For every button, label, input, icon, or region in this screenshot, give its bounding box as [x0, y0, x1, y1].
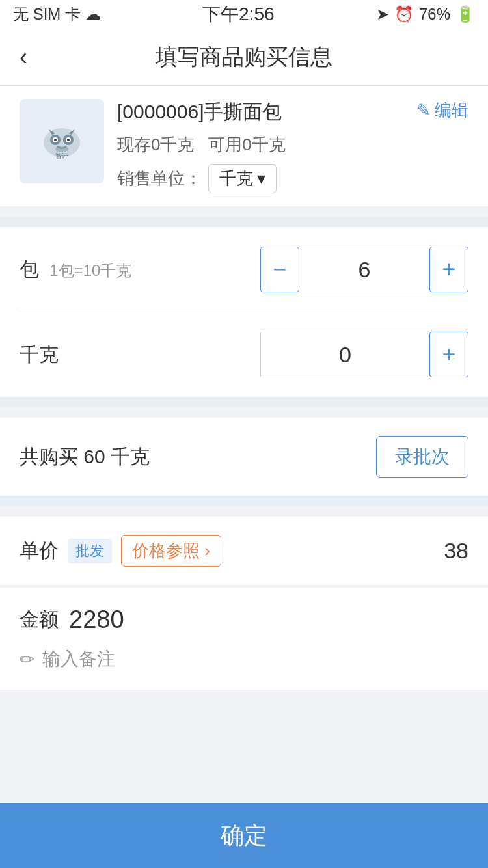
alarm-icon: ⏰ [394, 5, 414, 23]
product-unit-row: 销售单位： 千克 ▾ [117, 164, 468, 193]
svg-text:智计: 智计 [55, 152, 68, 159]
summary-section: 共购买 60 千克 录批次 [0, 418, 488, 496]
status-left: 无 SIM 卡 ☁ [13, 4, 101, 25]
svg-point-6 [67, 139, 70, 141]
product-image: 智计 [20, 99, 104, 183]
amount-label: 金额 [20, 606, 59, 633]
edit-button[interactable]: ✎ 编辑 [416, 99, 468, 122]
edit-label: 编辑 [435, 99, 468, 122]
note-row[interactable]: ✏ 输入备注 [20, 647, 468, 671]
product-card: 智计 [0000006]手撕面包 ✎ 编辑 现存0千克 可用0千克 销售单位： … [0, 86, 488, 206]
bao-label: 包 1包=10千克 [20, 256, 131, 283]
product-info: [0000006]手撕面包 ✎ 编辑 现存0千克 可用0千克 销售单位： 千克 … [117, 99, 468, 193]
divider-1 [0, 217, 488, 227]
amount-row: 金额 2280 [20, 606, 468, 634]
product-name: [0000006]手撕面包 [117, 99, 282, 126]
page-title: 填写商品购买信息 [156, 42, 332, 72]
confirm-button[interactable]: 确定 [0, 803, 488, 868]
sim-status: 无 SIM 卡 ☁ [13, 4, 101, 25]
kg-plus-button[interactable]: + [429, 332, 468, 377]
pencil-icon: ✏ [20, 649, 34, 670]
note-placeholder: 输入备注 [42, 647, 115, 671]
batch-tag: 批发 [68, 539, 112, 563]
back-button[interactable]: ‹ [20, 44, 27, 71]
unit-select[interactable]: 千克 ▾ [208, 164, 277, 193]
location-icon: ➤ [376, 5, 389, 23]
bao-quantity-control: − + [260, 247, 468, 292]
summary-text: 共购买 60 千克 [20, 444, 150, 470]
price-left: 单价 批发 价格参照 › [20, 535, 221, 567]
divider-3 [0, 496, 488, 506]
unit-label: 销售单位： [117, 167, 202, 190]
battery-icon: 🔋 [455, 5, 475, 23]
unit-value: 千克 [219, 167, 253, 190]
amount-value: 2280 [69, 606, 124, 634]
bao-input[interactable] [299, 247, 429, 292]
available-value: 可用0千克 [208, 135, 285, 154]
status-time: 下午2:56 [202, 2, 275, 27]
status-right: ➤ ⏰ 76% 🔋 [376, 5, 475, 23]
bao-input-section: 包 1包=10千克 − + 千克 + [0, 227, 488, 397]
amount-section: 金额 2280 ✏ 输入备注 [0, 588, 488, 690]
kg-label: 千克 [20, 342, 59, 368]
bao-minus-button[interactable]: − [260, 247, 299, 292]
product-stock: 现存0千克 可用0千克 [117, 133, 468, 156]
svg-point-5 [54, 139, 57, 141]
bao-row: 包 1包=10千克 − + [20, 227, 468, 312]
price-ref-button[interactable]: 价格参照 › [121, 535, 221, 567]
kg-row: 千克 + [20, 312, 468, 397]
kg-quantity-control: + [260, 332, 468, 377]
edit-icon: ✎ [416, 100, 431, 120]
product-thumbnail: 智计 [39, 122, 85, 161]
kg-input[interactable] [260, 332, 429, 377]
nav-bar: ‹ 填写商品购买信息 [0, 29, 488, 86]
price-section: 单价 批发 价格参照 › 38 [0, 517, 488, 585]
batch-button[interactable]: 录批次 [376, 436, 468, 478]
status-bar: 无 SIM 卡 ☁ 下午2:56 ➤ ⏰ 76% 🔋 [0, 0, 488, 29]
dropdown-icon: ▾ [257, 169, 265, 189]
bao-text: 包 [20, 258, 39, 280]
stock-value: 现存0千克 [117, 135, 194, 154]
price-label: 单价 [20, 537, 59, 564]
bao-hint: 1包=10千克 [49, 262, 131, 279]
divider-2 [0, 397, 488, 407]
price-value: 38 [444, 538, 468, 563]
battery-level: 76% [419, 5, 450, 23]
bao-plus-button[interactable]: + [429, 247, 468, 292]
